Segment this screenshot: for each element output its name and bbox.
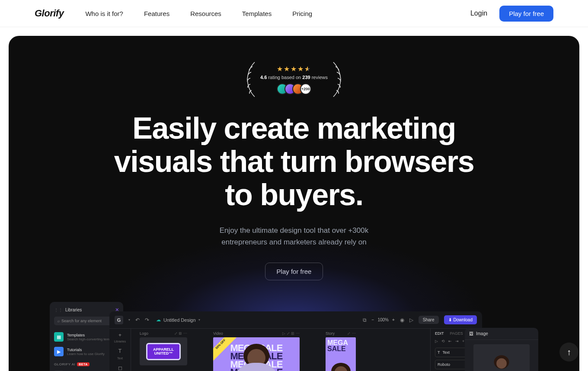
tutorials-icon: ▶ bbox=[54, 347, 64, 356]
arrow-up-icon: ↑ bbox=[567, 347, 571, 357]
login-link[interactable]: Login bbox=[470, 10, 487, 17]
rating-badge: ★★★★★ 4.6 rating based on 239 reviews +2… bbox=[242, 60, 346, 99]
artboard-logo[interactable]: Logo⤢ ⊞ ⋯ APPARELL UNITED™ bbox=[140, 331, 187, 365]
reviewer-avatars: +200 bbox=[277, 83, 311, 95]
chevron-down-icon: ▾ bbox=[198, 318, 200, 322]
image-thumbnail[interactable] bbox=[473, 344, 530, 371]
scroll-to-top-button[interactable]: ↑ bbox=[559, 342, 578, 361]
tab-edit[interactable]: EDIT bbox=[435, 331, 444, 336]
zoom-control[interactable]: − 100% + bbox=[372, 317, 395, 322]
nav-features[interactable]: Features bbox=[144, 10, 169, 17]
undo-icon[interactable]: ↶ bbox=[135, 317, 140, 323]
editor-panel: G ▾ ↶ ↷ ☁ Untitled Design ▾ ⧉ − 100% + bbox=[109, 311, 482, 371]
model-image bbox=[326, 361, 356, 371]
crop-icon[interactable]: ⧉ bbox=[363, 317, 367, 323]
image-panel: 🖼 Image bbox=[465, 328, 538, 371]
libraries-title: Libraries bbox=[65, 308, 82, 312]
search-icon: ⌕ bbox=[58, 319, 60, 323]
document-title[interactable]: ☁ Untitled Design ▾ bbox=[156, 317, 200, 323]
text-icon: T bbox=[438, 350, 440, 355]
hero-section: ★★★★★ 4.6 rating based on 239 reviews +2… bbox=[9, 36, 579, 371]
primary-nav: Who is it for? Features Resources Templa… bbox=[85, 10, 312, 17]
nav-pricing[interactable]: Pricing bbox=[292, 10, 312, 17]
hero-headline: Easily create marketing visuals that tur… bbox=[99, 112, 489, 212]
artboard-story[interactable]: Story⤢ ⋯ MEGA SALE bbox=[326, 331, 356, 371]
shapes-tool-icon[interactable]: ◻ bbox=[116, 364, 124, 371]
hero-subhead: Enjoy the ultimate design tool that over… bbox=[203, 225, 385, 248]
cloud-icon: ☁ bbox=[156, 317, 161, 323]
editor-toolbar: G ▾ ↶ ↷ ☁ Untitled Design ▾ ⧉ − 100% + bbox=[109, 311, 482, 329]
story-text: MEGA SALE bbox=[326, 337, 356, 354]
sale-badge: 50% OFF bbox=[213, 337, 235, 359]
download-button[interactable]: ⬇Download bbox=[444, 315, 477, 324]
templates-icon: ▦ bbox=[54, 332, 64, 342]
laurel-right-icon bbox=[331, 60, 344, 99]
redo-icon[interactable]: ↷ bbox=[145, 317, 149, 323]
libraries-tool-label: Libraries bbox=[114, 340, 126, 343]
share-button[interactable]: Share bbox=[419, 316, 439, 324]
chevron-down-icon: ▾ bbox=[128, 318, 130, 322]
zoom-out-icon[interactable]: − bbox=[372, 317, 374, 322]
rating-stars: ★★★★★ bbox=[277, 65, 311, 73]
nav-templates[interactable]: Templates bbox=[242, 10, 272, 17]
hero-cta-button[interactable]: Play for free bbox=[265, 263, 323, 280]
image-panel-title: Image bbox=[476, 331, 488, 336]
nav-resources[interactable]: Resources bbox=[190, 10, 221, 17]
site-header: Glorify Who is it for? Features Resource… bbox=[0, 0, 588, 27]
header-cta-button[interactable]: Play for free bbox=[499, 6, 553, 22]
avatar-count: +200 bbox=[300, 83, 311, 95]
zoom-value: 100% bbox=[377, 317, 389, 322]
app-menu-button[interactable]: G bbox=[115, 316, 123, 324]
tool-column: + Libraries T Text ◻ Shapes bbox=[109, 329, 131, 371]
logo-sample: APPARELL UNITED™ bbox=[146, 343, 181, 360]
app-mockup: ⋮⋮Libraries × ⌕ Search for any element ▦… bbox=[50, 302, 538, 371]
play-icon[interactable]: ▷ bbox=[435, 339, 438, 343]
canvas-area[interactable]: Logo⤢ ⊞ ⋯ APPARELL UNITED™ Video▷ ⤢ ⊞ ⋯ bbox=[131, 329, 430, 371]
image-icon: 🖼 bbox=[469, 331, 473, 336]
add-icon[interactable]: + bbox=[118, 332, 121, 338]
artboard-video[interactable]: Video▷ ⤢ ⊞ ⋯ MEGA SALE MEGA SALE MEGA SA… bbox=[213, 331, 300, 371]
tab-pages[interactable]: PAGES bbox=[450, 331, 463, 336]
laurel-left-icon bbox=[244, 60, 257, 99]
download-icon: ⬇ bbox=[448, 317, 452, 322]
text-tool-icon[interactable]: T bbox=[116, 347, 124, 355]
beta-badge: BETA bbox=[77, 362, 89, 366]
model-image bbox=[230, 341, 282, 371]
drag-icon: ⋮⋮ bbox=[54, 308, 63, 312]
play-icon[interactable]: ▷ bbox=[409, 317, 413, 323]
rating-text: 4.6 rating based on 239 reviews bbox=[260, 75, 328, 80]
brand-logo[interactable]: Glorify bbox=[35, 8, 64, 19]
record-icon[interactable]: ◉ bbox=[400, 317, 404, 323]
nav-who[interactable]: Who is it for? bbox=[85, 10, 123, 17]
zoom-in-icon[interactable]: + bbox=[392, 317, 395, 322]
